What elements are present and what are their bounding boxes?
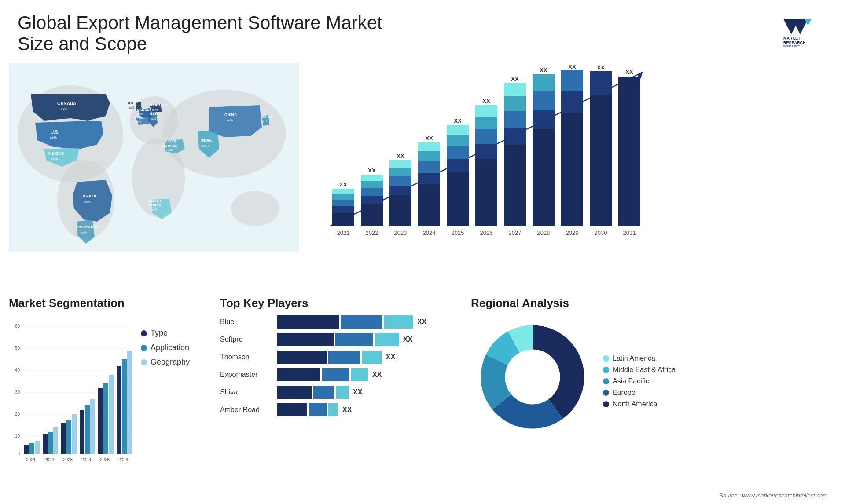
svg-rect-55 <box>361 181 383 188</box>
legend-asia-pacific: Asia Pacific <box>603 377 676 385</box>
player-bar-blue-2 <box>341 315 382 329</box>
svg-text:XX: XX <box>540 67 547 73</box>
svg-text:INTELLECT: INTELLECT <box>783 45 800 47</box>
svg-text:2028: 2028 <box>537 230 550 236</box>
legend-color-mea <box>603 367 609 373</box>
player-bar-expomaster-3 <box>351 368 368 381</box>
svg-rect-90 <box>533 91 555 110</box>
svg-text:xx%: xx% <box>226 118 233 122</box>
svg-text:XX: XX <box>339 181 347 188</box>
svg-text:xx%: xx% <box>263 120 268 123</box>
svg-text:xx%: xx% <box>202 144 209 148</box>
svg-rect-134 <box>61 423 66 454</box>
svg-rect-50 <box>332 189 354 194</box>
svg-text:2023: 2023 <box>63 457 73 462</box>
svg-text:SOUTH: SOUTH <box>149 199 161 203</box>
svg-rect-46 <box>332 213 354 226</box>
player-bar-amber: XX <box>277 403 458 416</box>
player-row-shiva: Shiva XX <box>220 386 458 399</box>
svg-rect-78 <box>475 129 497 144</box>
svg-rect-94 <box>561 91 583 113</box>
player-row-blue: Blue XX <box>220 315 458 329</box>
svg-text:xx%: xx% <box>51 157 58 161</box>
bar-chart-svg: XX XX XX XX <box>308 63 651 252</box>
svg-rect-100 <box>618 77 640 226</box>
svg-text:xx%: xx% <box>137 113 143 116</box>
segmentation-section: Market Segmentation 60 50 40 30 20 10 0 <box>0 292 211 504</box>
svg-rect-145 <box>127 351 132 454</box>
legend-item-type: Type <box>141 329 190 338</box>
svg-text:FRANCE: FRANCE <box>135 108 150 112</box>
player-name-shiva: Shiva <box>220 388 273 396</box>
player-name-thomson: Thomson <box>220 353 273 361</box>
svg-rect-83 <box>504 128 526 145</box>
svg-rect-136 <box>72 414 77 454</box>
player-row-softpro: Softpro XX <box>220 333 458 346</box>
player-xx-thomson: XX <box>386 353 395 361</box>
legend-label-mea: Middle East & Africa <box>613 366 676 374</box>
svg-rect-71 <box>447 159 469 172</box>
source-text: Source : www.marketresearchintellect.com <box>719 492 827 499</box>
svg-text:2022: 2022 <box>366 230 378 236</box>
svg-text:2022: 2022 <box>44 457 55 462</box>
svg-rect-133 <box>53 427 58 454</box>
svg-rect-72 <box>447 146 469 159</box>
svg-text:XX: XX <box>425 135 433 142</box>
svg-text:xx%: xx% <box>129 106 134 109</box>
header: Global Export Management Software Market… <box>0 0 845 59</box>
player-bar-amber-1 <box>277 403 307 416</box>
svg-rect-140 <box>98 388 103 454</box>
legend-item-geography: Geography <box>141 358 190 367</box>
player-row-thomson: Thomson XX <box>220 351 458 364</box>
svg-rect-84 <box>504 111 526 128</box>
svg-text:AFRICA: AFRICA <box>148 203 161 207</box>
svg-text:xx%: xx% <box>84 200 91 204</box>
legend-label-asia-pacific: Asia Pacific <box>613 377 649 385</box>
player-xx-expomaster: XX <box>372 371 382 379</box>
player-bar-softpro-2 <box>335 333 373 346</box>
svg-text:2029: 2029 <box>566 230 579 236</box>
player-bar-softpro-3 <box>375 333 399 346</box>
svg-text:2024: 2024 <box>81 457 92 462</box>
svg-text:XX: XX <box>568 63 576 70</box>
svg-rect-97 <box>590 95 612 226</box>
svg-rect-58 <box>389 195 411 226</box>
logo-area: MARKET RESEARCH INTELLECT <box>779 12 827 47</box>
player-bar-shiva-1 <box>277 386 312 399</box>
svg-text:xx%: xx% <box>136 121 141 124</box>
svg-rect-142 <box>109 375 114 454</box>
svg-rect-54 <box>361 188 383 196</box>
legend-label-geography: Geography <box>151 358 190 367</box>
svg-text:XX: XX <box>597 64 605 71</box>
svg-rect-137 <box>80 410 84 454</box>
svg-rect-73 <box>447 135 469 146</box>
seg-chart-container: 60 50 40 30 20 10 0 <box>9 315 202 469</box>
svg-text:CHINA: CHINA <box>224 113 237 117</box>
page-title: Global Export Management Software Market… <box>18 12 414 55</box>
player-name-amber: Amber Road <box>220 406 273 414</box>
bar-chart-section: XX XX XX XX <box>304 59 845 288</box>
regional-title: Regional Analysis <box>471 296 836 310</box>
player-bar-expomaster: XX <box>277 368 458 381</box>
svg-rect-91 <box>533 74 555 91</box>
player-bar-expomaster-1 <box>277 368 320 381</box>
player-bar-shiva-2 <box>313 386 334 399</box>
svg-rect-74 <box>447 125 469 135</box>
svg-text:xx%: xx% <box>49 135 57 140</box>
svg-text:2025: 2025 <box>452 230 464 236</box>
player-row-expomaster: Expomaster XX <box>220 368 458 381</box>
svg-text:XX: XX <box>482 98 490 104</box>
svg-rect-138 <box>85 405 90 454</box>
svg-text:2026: 2026 <box>480 230 493 236</box>
svg-rect-86 <box>504 83 526 96</box>
player-bar-amber-3 <box>328 403 338 416</box>
svg-rect-128 <box>24 445 29 454</box>
svg-text:XX: XX <box>397 153 404 159</box>
company-logo: MARKET RESEARCH INTELLECT <box>779 12 827 47</box>
svg-text:xx%: xx% <box>81 230 87 234</box>
svg-text:2027: 2027 <box>509 230 522 236</box>
svg-rect-141 <box>103 383 108 454</box>
svg-text:SAUDI: SAUDI <box>165 139 176 143</box>
legend-label-latin-america: Latin America <box>613 354 655 362</box>
svg-rect-76 <box>475 159 497 226</box>
